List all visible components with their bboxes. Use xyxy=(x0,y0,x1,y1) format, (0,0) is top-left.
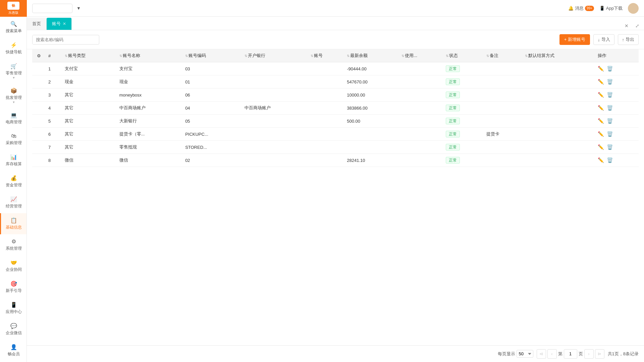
chevron-down-icon: ▼ xyxy=(12,101,15,104)
cell-default-settlement xyxy=(522,141,595,154)
cell-account-name: moneybosx xyxy=(117,88,183,102)
cell-remark: 提货卡 xyxy=(484,128,522,141)
tab-account[interactable]: 账号 ✕ xyxy=(47,18,72,30)
delete-button[interactable]: 🗑️ xyxy=(607,79,613,85)
col-default-settlement[interactable]: ⇅默认结算方式 xyxy=(522,49,595,62)
cell-index: 8 xyxy=(46,154,62,167)
cell-status: 正常 xyxy=(443,154,484,167)
delete-button[interactable]: 🗑️ xyxy=(607,66,613,72)
delete-button[interactable]: 🗑️ xyxy=(607,118,613,124)
app-download-button[interactable]: 📱 App下载 xyxy=(599,5,623,11)
sidebar-item-ecommerce[interactable]: 💻 电商管理 xyxy=(0,108,26,129)
col-balance[interactable]: ⇅最新余额 xyxy=(344,49,399,62)
sidebar-item-agreement[interactable]: 🤝 企业协同 xyxy=(0,255,26,277)
import-button[interactable]: ↓ 导入 xyxy=(593,34,614,45)
search-input[interactable] xyxy=(33,35,96,44)
col-bank[interactable]: ⇅开户银行 xyxy=(242,49,308,62)
cell-account-no xyxy=(308,128,344,141)
col-account-name[interactable]: ⇅账号名称 xyxy=(117,49,183,62)
page-last-button[interactable]: ⊳ xyxy=(595,349,604,359)
sidebar-item-operations[interactable]: 📈 经营管理 xyxy=(0,192,26,213)
message-button[interactable]: 🔔 消息 99+ xyxy=(568,5,594,11)
sidebar-item-shortcuts[interactable]: ⚡ 快捷导航 xyxy=(0,38,26,59)
cell-default-settlement xyxy=(522,128,595,141)
delete-button[interactable]: 🗑️ xyxy=(607,144,613,150)
edit-button[interactable]: ✏️ xyxy=(598,131,604,137)
cell-account-code: 03 xyxy=(182,62,242,75)
cell-account-type: 其它 xyxy=(62,141,117,154)
cell-balance: 10000.00 xyxy=(344,88,399,102)
sidebar-item-purchase[interactable]: 🛍 采购管理 xyxy=(0,129,26,150)
inventory-icon: 📊 xyxy=(10,154,17,160)
sidebar-item-inventory[interactable]: 📊 库存核算 xyxy=(0,150,26,171)
col-gear[interactable]: ⚙ xyxy=(32,49,46,62)
cell-remark xyxy=(484,154,522,167)
edit-button[interactable]: ✏️ xyxy=(598,144,604,150)
col-account-code[interactable]: ⇅账号编码 xyxy=(182,49,242,62)
edit-button[interactable]: ✏️ xyxy=(598,157,604,163)
wholesale-icon: 📦 xyxy=(10,87,17,94)
logo-subtext: 乐惠版 xyxy=(8,10,18,15)
search-button[interactable]: 🔍 xyxy=(96,35,99,44)
cell-account-no xyxy=(308,115,344,128)
table-row: 1 支付宝 支付宝 03 -90444.00 正常 ✏️ 🗑️ xyxy=(32,62,639,75)
table-body: 1 支付宝 支付宝 03 -90444.00 正常 ✏️ 🗑️ 2 现金 现金 … xyxy=(32,62,639,167)
tab-expand-button[interactable]: ⤢ xyxy=(633,22,641,30)
edit-button[interactable]: ✏️ xyxy=(598,105,604,111)
delete-button[interactable]: 🗑️ xyxy=(607,92,613,98)
col-account-no[interactable]: ⇅账号 xyxy=(308,49,344,62)
cell-status: 正常 xyxy=(443,128,484,141)
cell-usage xyxy=(399,141,443,154)
delete-button[interactable]: 🗑️ xyxy=(607,105,613,111)
cell-index: 2 xyxy=(46,75,62,88)
edit-button[interactable]: ✏️ xyxy=(598,66,604,72)
table-container: ⚙ # ⇅账号类型 ⇅账号名称 ⇅账号编码 ⇅开户银行 ⇅账号 ⇅最新余额 ⇅使… xyxy=(27,49,644,345)
sidebar-item-wholesale[interactable]: 📦 批发管理 ▼ xyxy=(0,83,26,108)
col-remark-label: 备注 xyxy=(490,53,498,58)
edit-button[interactable]: ✏️ xyxy=(598,118,604,124)
delete-button[interactable]: 🗑️ xyxy=(607,157,613,163)
edit-button[interactable]: ✏️ xyxy=(598,79,604,85)
delete-button[interactable]: 🗑️ xyxy=(607,131,613,137)
sidebar-item-app-center[interactable]: 📱 应用中心 xyxy=(0,298,26,319)
cell-gear xyxy=(32,88,46,102)
sidebar-item-system[interactable]: ⚙ 系统管理 xyxy=(0,234,26,255)
sidebar-item-label: 畅会员 xyxy=(8,351,20,357)
page-nav: ⊲ ‹ 第 页 › ⊳ xyxy=(537,349,604,359)
total-records: 共1页，8条记录 xyxy=(608,351,639,357)
page-next-button[interactable]: › xyxy=(584,349,594,359)
page-first-button[interactable]: ⊲ xyxy=(537,349,546,359)
cell-bank xyxy=(242,75,308,88)
add-account-button[interactable]: + 新增账号 xyxy=(559,34,590,45)
export-button[interactable]: ↑ 导出 xyxy=(618,34,639,45)
sidebar-item-finance[interactable]: 💰 资金管理 xyxy=(0,171,26,192)
user-avatar[interactable] xyxy=(628,3,639,14)
sidebar-item-retail[interactable]: 🛒 零售管理 ▼ xyxy=(0,59,26,83)
cell-account-name: 零售抵现 xyxy=(117,141,183,154)
table-row: 7 其它 零售抵现 STORED... 正常 ✏️ 🗑️ xyxy=(32,141,639,154)
header-search-input[interactable] xyxy=(32,4,72,13)
tab-close-icon[interactable]: ✕ xyxy=(63,21,66,26)
edit-button[interactable]: ✏️ xyxy=(598,92,604,98)
col-status[interactable]: ⇅状态 xyxy=(443,49,484,62)
sidebar-item-search[interactable]: 🔍 搜索菜单 xyxy=(0,17,26,38)
page-prev-button[interactable]: ‹ xyxy=(547,349,557,359)
sidebar-item-member[interactable]: 👤 畅会员 xyxy=(0,340,26,361)
tab-home[interactable]: 首页 xyxy=(27,18,47,30)
tab-minimize-button[interactable]: ✕ xyxy=(623,22,631,30)
header-dropdown[interactable]: ▼ xyxy=(76,6,81,11)
per-page-select[interactable]: 50 100 xyxy=(517,350,533,358)
member-icon: 👤 xyxy=(10,344,17,350)
app-download-label: App下载 xyxy=(606,5,623,11)
col-remark[interactable]: ⇅备注 xyxy=(484,49,522,62)
page-input[interactable] xyxy=(564,349,577,359)
cell-account-type: 支付宝 xyxy=(62,62,117,75)
col-account-type[interactable]: ⇅账号类型 xyxy=(62,49,117,62)
sidebar-item-guide[interactable]: 🎯 新手引导 xyxy=(0,277,26,298)
cell-remark xyxy=(484,141,522,154)
col-usage[interactable]: ⇅使用... xyxy=(399,49,443,62)
sidebar-item-basic-info[interactable]: 📋 基础信息 xyxy=(0,213,26,234)
cell-remark xyxy=(484,102,522,115)
sidebar-item-enterprise-wechat[interactable]: 💬 企业微信 xyxy=(0,319,26,340)
action-buttons: ✏️ 🗑️ xyxy=(598,131,636,137)
